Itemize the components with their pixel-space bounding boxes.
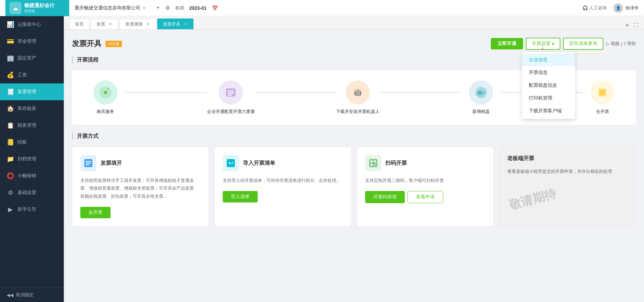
status-badge: 待开通 [105,41,122,47]
sidebar-item-label: 基础设置 [17,190,36,196]
process-step-1: ♥ + 购买服务 [85,80,126,115]
video-button[interactable]: ▷ 视频 | ? 帮助 [606,41,636,47]
step5-label: 去开票 [596,109,609,115]
page-title-area: 发票开具 待开通 [72,39,122,49]
logo-text-group: 畅捷通好会计 旗舰版 [24,2,54,13]
dropdown-arrow: ↓ [541,43,544,51]
logo-area: ☁ 畅捷通好会计 旗舰版 [5,0,69,16]
dropdown-tax-config[interactable]: 配置税盘信息 [522,79,575,92]
import-invoice-icon: ↩ [223,155,239,171]
home-icon: 🏠 [7,105,14,112]
sidebar-item-archive[interactable]: 📁 归档管理 [0,151,64,167]
method-card-scan: 扫码开票 支持定制开票二维码，客户端可扫码开票 开票码管理 查看申请 [357,147,494,227]
top-right: 🎧 人工咨询 👤 徐泽华 [583,3,639,13]
company-area[interactable]: 重庆畅捷交通信息咨询有限公司 ▾ [69,5,151,11]
tab-invoice-label: 发票 [96,21,105,27]
user-name: 徐泽华 [626,5,639,11]
settings-arrow-icon: ▾ [552,41,554,46]
sidebar-item-fixed-assets[interactable]: 🏢 固定资产 [0,50,64,67]
scan-invoice-title: 扫码开票 [385,160,407,167]
import-invoice-desc: 支持导入待开票清单，可对待开票清单进行拆分、合并处理。 [223,177,343,184]
sidebar-item-cloud-report[interactable]: 📊 云报表中心 [0,16,64,33]
import-invoice-title: 导入开票清单 [243,160,275,167]
svg-text:🤖: 🤖 [354,89,362,96]
connector-3 [380,92,461,93]
svg-rect-22 [371,160,373,162]
card-icon: 💳 [7,38,14,45]
period-label: 账期 [175,5,184,11]
add-company-btn[interactable]: + [156,4,160,11]
sidebar-item-accounting[interactable]: 📒 结账 [0,134,64,151]
tab-invoice-issue[interactable]: 发票开具 ✕ [157,18,194,29]
view-apply-button[interactable]: 查看申请 [407,191,443,203]
method-card-boss-header: 老板端开票 [507,155,628,162]
calendar-icon[interactable]: 📅 [212,5,218,11]
header-actions: 立即开通 开票设置 ▾ 异常清单查询 ▷ 视频 | ? 帮助 ↓ 企业信息 开票… [491,38,636,50]
scan-btns: 开票码管理 查看申请 [365,191,485,203]
sidebar-item-label: 归档管理 [17,156,36,162]
tab-home[interactable]: 首页 [69,18,89,29]
sidebar-item-inventory[interactable]: 🏠 库存核算 [0,100,64,117]
dropdown-download-client[interactable]: 下载开票客户端 [522,105,575,117]
book-icon: 📒 [7,139,14,146]
sidebar-item-tax[interactable]: 📋 税务管理 [0,117,64,134]
step5-icon [590,80,614,105]
sidebar-item-label: 资金管理 [17,38,36,44]
sidebar-item-fund[interactable]: 💳 资金管理 [0,33,64,50]
pin-icon: ◀◀ [7,293,13,298]
import-list-button[interactable]: 导入清单 [223,191,258,202]
svg-rect-4 [227,90,234,91]
dropdown-printer[interactable]: 打印机管理 [522,92,575,105]
sidebar-item-label: 库存核算 [17,106,36,112]
svg-rect-5 [227,92,234,93]
user-area[interactable]: 👤 徐泽华 [613,3,639,13]
manual-invoice-desc: 支持按照发票样式手工填开发票；可开具增值税电子普通发票、增值税普通发票、增值税专… [80,177,201,200]
invoice-icon: 🧾 [7,88,14,96]
tab-invoice-calc[interactable]: 发票测算 ✕ [120,18,156,29]
logo-sub: 旗舰版 [24,8,54,13]
method-card-boss: 老板端开票 查看老板端小程序提交的开票申请，并作出相应的处理 敬请期待 [499,147,636,227]
activate-button[interactable]: 立即开通 [491,38,523,49]
tax-icon: 📋 [7,122,14,129]
dropdown-company-info[interactable]: 企业信息 [522,53,575,66]
dropdown-invoice-info[interactable]: 开票信息 [522,66,575,79]
tab-invoice-issue-close[interactable]: ✕ [183,22,188,27]
tab-bar: 首页 发票 ✕ 发票测算 ✕ 发票开具 ✕ ✕ ⛶ [64,16,644,30]
svg-rect-25 [374,164,375,164]
method-card-scan-header: 扫码开票 [365,155,485,171]
sidebar-item-new-guide[interactable]: ▶ 新手引导 [0,201,64,218]
tab-invoice[interactable]: 发票 ✕ [91,18,118,29]
svg-rect-12 [600,90,605,91]
sidebar-bottom-label: 取消固定 [16,292,34,298]
svg-rect-24 [371,164,373,166]
method-card-manual: 发票填开 支持按照发票样式手工填开发票；可开具增值税电子普通发票、增值税普通发票… [72,147,209,227]
settings-icon[interactable]: ⚙ [165,5,170,11]
process-step-2: 企业开通配置开票六要素 [207,80,255,115]
step4-icon: 税+ [469,80,493,105]
step3-label: 下载并安装开票机器人 [336,109,380,115]
method-card-manual-header: 发票填开 [80,155,201,171]
abnormal-list-button[interactable]: 异常清单查询 [563,38,603,50]
sidebar-item-report-sales[interactable]: ⭕ 小畅报销 [0,167,64,184]
sidebar-item-basic-settings[interactable]: ⚙ 基础设置 [0,184,64,201]
sidebar-bottom-unpin[interactable]: ◀◀ 取消固定 [0,288,64,302]
svg-rect-14 [600,94,603,95]
top-actions: + ⚙ 账期 2023-01 📅 [151,4,223,11]
scan-code-manage-button[interactable]: 开票码管理 [365,191,405,203]
tab-invoice-calc-close[interactable]: ✕ [145,22,150,27]
sidebar-item-invoice[interactable]: 🧾 发票管理 [0,83,64,100]
separator: | [621,41,622,46]
close-window-btn[interactable]: ✕ [625,23,631,28]
sidebar-item-payroll[interactable]: 💰 工资 [0,67,64,83]
maximize-window-btn[interactable]: ⛶ [633,23,639,28]
process-step-3: 🤖 下载并安装开票机器人 [336,80,380,115]
sidebar-item-label: 小畅报销 [17,173,36,179]
headset-icon: 🎧 [583,5,588,10]
tab-invoice-close[interactable]: ✕ [108,22,113,27]
scan-invoice-desc: 支持定制开票二维码，客户端可扫码开票 [365,177,485,184]
process-step-4: 税+ 新增税盘 [461,80,501,115]
manual-invoice-go-button[interactable]: 去开票 [80,207,111,218]
building-icon: 🏢 [7,54,14,62]
play-icon: ▶ [7,206,14,213]
support-link[interactable]: 🎧 人工咨询 [583,5,607,11]
